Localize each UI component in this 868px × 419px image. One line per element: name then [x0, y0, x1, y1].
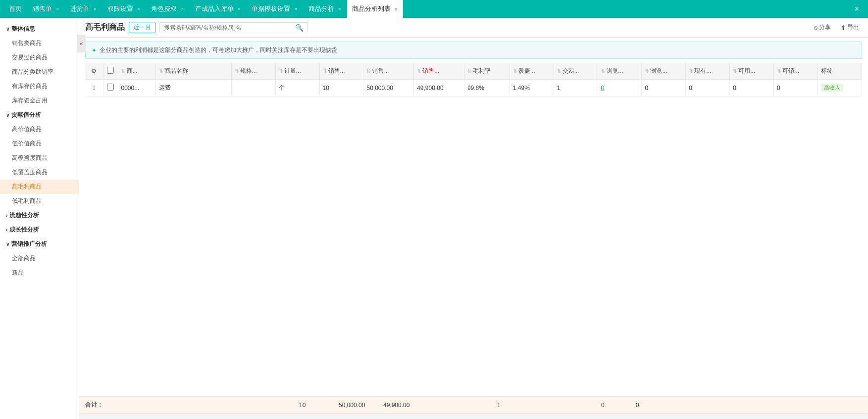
close-icon[interactable]: × [395, 6, 398, 12]
nav-item-purchase[interactable]: 进货单 × [65, 0, 101, 18]
window-close-button[interactable]: × [850, 4, 864, 13]
sidebar-item-sales-goods[interactable]: 销售类商品 [0, 36, 79, 50]
time-filter-button[interactable]: 近一月 [129, 22, 155, 33]
export-icon: ⬆ [841, 24, 846, 31]
footer-sales-qty: 10 [296, 402, 336, 409]
footer-sales-profit: 49,900.00 [380, 402, 425, 409]
row-select-checkbox[interactable] [107, 84, 114, 91]
footer-transactions: 1 [494, 402, 529, 409]
col-sales-profit: ⇅销售... [414, 63, 464, 80]
row-unit: 个 [275, 80, 319, 96]
sidebar-item-category-rate[interactable]: 商品分类助销率 [0, 65, 79, 79]
sidebar-item-traded-goods[interactable]: 交易过的商品 [0, 50, 79, 65]
content-header: 高毛利商品 近一月 🔍 ⎋ 分享 ⬆ 导出 [79, 18, 868, 38]
horizontal-scrollbar[interactable] [79, 413, 868, 419]
row-saleable: 0 [774, 80, 818, 96]
row-spec [231, 80, 275, 96]
nav-item-inbound[interactable]: 产成品入库单 × [190, 0, 246, 18]
chevron-down-icon: ∨ [6, 112, 9, 118]
info-icon: ✦ [92, 47, 97, 54]
header-actions: ⎋ 分享 ⬆ 导出 [811, 22, 862, 33]
search-input[interactable] [164, 24, 295, 31]
chevron-right-icon: › [6, 213, 7, 218]
nav-item-role[interactable]: 角色授权 × [146, 0, 189, 18]
col-views2: ⇅浏览... [642, 63, 686, 80]
search-box: 🔍 [159, 22, 308, 33]
row-sales-amount: 50,000.00 [363, 80, 414, 96]
top-nav: 首页 销售单 × 进货单 × 权限设置 × 角色授权 × 产成品入库单 × 单据… [0, 0, 868, 18]
close-icon[interactable]: × [181, 6, 184, 12]
row-sku: 0000... [118, 80, 155, 96]
col-current-stock: ⇅现有... [686, 63, 730, 80]
sidebar-item-all-goods[interactable]: 全部商品 [0, 251, 79, 266]
close-icon[interactable]: × [294, 6, 297, 12]
row-views1[interactable]: 0 [598, 80, 642, 96]
col-tag: 标签 [817, 63, 862, 80]
sidebar: ∨ 整体信息 销售类商品 交易过的商品 商品分类助销率 有库存的商品 库存资金占… [0, 18, 79, 419]
page-title: 高毛利商品 [85, 22, 125, 33]
sidebar-item-new-goods[interactable]: 新品 [0, 266, 79, 280]
export-button[interactable]: ⬆ 导出 [838, 22, 862, 33]
col-gross-margin: ⇅毛利率 [464, 63, 510, 80]
row-gross-margin: 99.8% [464, 80, 510, 96]
table-footer: 合计： 10 50,000.00 49,900.00 [79, 396, 868, 413]
row-checkbox [103, 80, 118, 96]
row-index: 1 [85, 80, 103, 96]
nav-item-product-analysis[interactable]: 商品分析 × [304, 0, 346, 18]
table-row: 1 0000... 运费 [85, 80, 862, 96]
col-settings[interactable]: ⚙ [85, 63, 103, 80]
info-banner: ✦ 企业的主要的利润都是这部分商品创造的，可考虑加大推广，同时关注库存是不要出现… [85, 42, 862, 59]
footer-sales-amount: 50,000.00 [336, 402, 380, 409]
row-current-stock: 0 [686, 80, 730, 96]
col-spec: ⇅规格... [231, 63, 275, 80]
nav-item-home[interactable]: 首页 [4, 0, 27, 18]
col-saleable: ⇅可销... [774, 63, 818, 80]
sidebar-section-trend[interactable]: › 流趋性分析 [0, 208, 79, 223]
close-icon[interactable]: × [338, 6, 341, 12]
col-unit: ⇅计量... [275, 63, 319, 80]
col-sales-amount: ⇅销售... [363, 63, 414, 80]
sidebar-section-growth[interactable]: › 成长性分析 [0, 223, 79, 237]
sidebar-section-marketing[interactable]: ∨ 营销推广分析 [0, 237, 79, 251]
row-transactions: 1 [554, 80, 598, 96]
sidebar-item-low-coverage[interactable]: 低覆盖度商品 [0, 165, 79, 180]
search-icon[interactable]: 🔍 [295, 24, 304, 32]
row-name: 运费 [155, 80, 231, 96]
close-icon[interactable]: × [137, 6, 140, 12]
col-name: ⇅商品名称 [155, 63, 231, 80]
main-layout: ∨ 整体信息 销售类商品 交易过的商品 商品分类助销率 有库存的商品 库存资金占… [0, 18, 868, 419]
sidebar-item-low-margin[interactable]: 低毛利商品 [0, 194, 79, 208]
select-all-checkbox[interactable] [107, 67, 114, 74]
sidebar-section-contribution[interactable]: ∨ 贡献值分析 [0, 108, 79, 122]
row-sales-profit: 49,900.00 [414, 80, 464, 96]
chevron-down-icon: ∨ [6, 26, 9, 32]
nav-item-sales[interactable]: 销售单 × [28, 0, 64, 18]
sidebar-collapse-button[interactable]: « [77, 35, 86, 52]
close-icon[interactable]: × [56, 6, 59, 12]
close-icon[interactable]: × [93, 6, 96, 12]
sidebar-item-high-coverage[interactable]: 高覆盖度商品 [0, 151, 79, 165]
row-views2: 0 [642, 80, 686, 96]
share-icon: ⎋ [814, 24, 817, 31]
product-table: ⚙ ⇅商... ⇅商品名称 ⇅ [85, 63, 862, 96]
nav-item-permission[interactable]: 权限设置 × [102, 0, 145, 18]
share-button[interactable]: ⎋ 分享 [811, 22, 834, 33]
sidebar-item-in-stock[interactable]: 有库存的商品 [0, 79, 79, 93]
row-available-stock: 0 [730, 80, 774, 96]
close-icon[interactable]: × [238, 6, 241, 12]
nav-item-product-analysis-list[interactable]: 商品分析列表 × [347, 0, 403, 18]
col-transactions: ⇅交易... [554, 63, 598, 80]
table-container[interactable]: ⚙ ⇅商... ⇅商品名称 ⇅ [79, 63, 868, 396]
row-coverage: 1.49% [510, 80, 554, 96]
col-sales-qty: ⇅销售... [319, 63, 363, 80]
sidebar-item-high-margin[interactable]: 高毛利商品 [0, 180, 79, 194]
sidebar-item-stock-funds[interactable]: 库存资金占用 [0, 93, 79, 108]
sidebar-item-high-value[interactable]: 高价值商品 [0, 122, 79, 137]
sidebar-section-overall[interactable]: ∨ 整体信息 [0, 22, 79, 36]
nav-item-template[interactable]: 单据模板设置 × [247, 0, 302, 18]
col-available-stock: ⇅可用... [730, 63, 774, 80]
sidebar-item-low-value[interactable]: 低价值商品 [0, 137, 79, 151]
content-area: 高毛利商品 近一月 🔍 ⎋ 分享 ⬆ 导出 [79, 18, 868, 419]
footer-current-stock: 0 [598, 402, 633, 409]
row-sales-qty: 10 [319, 80, 363, 96]
